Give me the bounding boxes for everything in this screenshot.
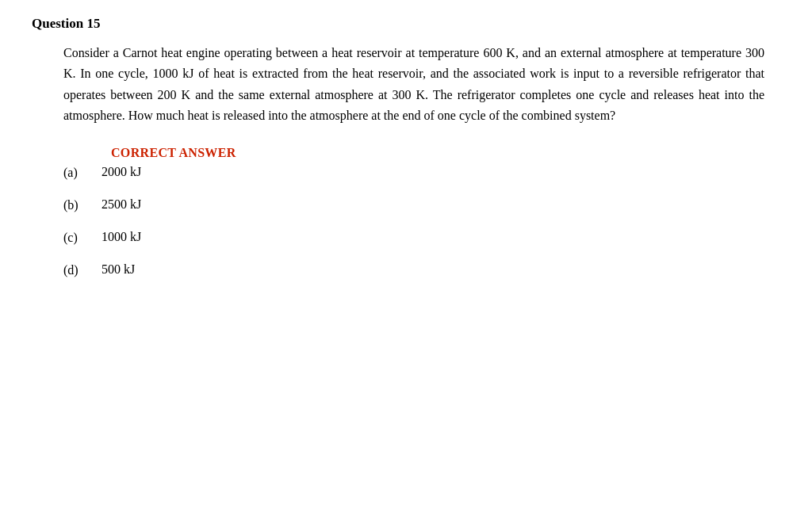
option-c-text: 1000 kJ <box>102 230 141 244</box>
question-number: Question 15 <box>32 16 100 31</box>
option-d-text: 500 kJ <box>102 262 135 277</box>
option-c-letter: (c) <box>63 230 102 245</box>
question-text: Consider a Carnot heat engine operating … <box>63 46 764 122</box>
page-container: Question 15 Consider a Carnot heat engin… <box>0 0 812 520</box>
option-a-text: 2000 kJ <box>102 165 141 179</box>
option-b: (b) 2500 kJ <box>63 197 780 212</box>
option-c: (c) 1000 kJ <box>63 230 780 245</box>
question-header: Question 15 <box>32 16 780 32</box>
option-b-letter: (b) <box>63 197 102 212</box>
option-a: (a) 2000 kJ <box>63 165 780 180</box>
correct-answer-label: CORRECT ANSWER <box>111 146 780 160</box>
option-a-letter: (a) <box>63 165 102 180</box>
option-b-text: 2500 kJ <box>102 197 141 212</box>
option-d: (d) 500 kJ <box>63 262 780 277</box>
option-d-letter: (d) <box>63 262 102 277</box>
question-body: Consider a Carnot heat engine operating … <box>63 43 764 127</box>
answer-section: CORRECT ANSWER (a) 2000 kJ (b) 2500 kJ (… <box>63 146 780 277</box>
